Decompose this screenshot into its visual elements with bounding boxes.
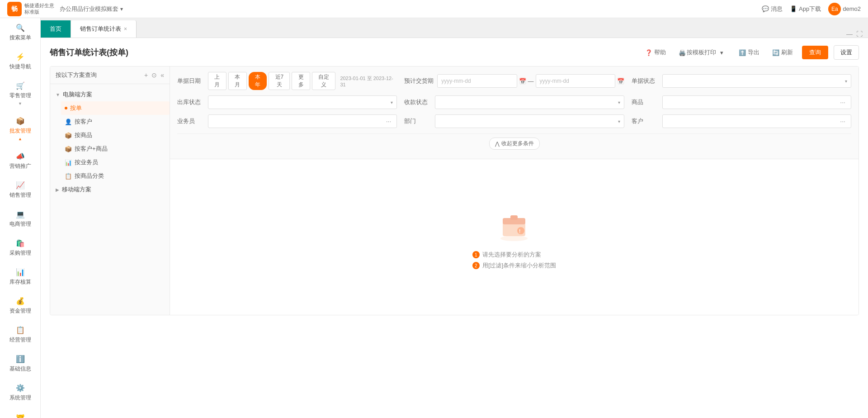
print-dropdown-arrow[interactable]: ▾: [717, 49, 726, 56]
bill-status-select[interactable]: ▾: [662, 74, 851, 88]
logo: 畅 畅捷通好生意 标准版: [7, 2, 54, 16]
out-status-group: 出库状态 ▾: [177, 95, 397, 109]
sales-scheme-icon: 📊: [65, 159, 72, 166]
sidebar-item-basics[interactable]: ℹ️ 基础信息: [0, 349, 40, 378]
export-button[interactable]: ⬆️ 导出: [735, 47, 763, 58]
tab-sales-order[interactable]: 销售订单统计表 ×: [71, 20, 137, 38]
main-panel: 按以下方案查询 + ⊙ « ▼ 电脑端方案: [50, 66, 859, 315]
sidebar-item-wholesale[interactable]: 📦 批发管理 ▲: [0, 111, 40, 147]
collapse-panel-icon[interactable]: «: [160, 71, 164, 79]
window-minimize-icon[interactable]: —: [846, 30, 853, 38]
expected-date-start[interactable]: yyyy-mm-dd: [437, 74, 517, 88]
logo-text: 畅捷通好生意 标准版: [24, 3, 54, 14]
pc-scheme-items: 按单 👤 按客户 📦 按商品: [50, 101, 170, 183]
arrow-down-icon: ▼: [18, 101, 22, 106]
customer-group: 客户 ···: [632, 114, 851, 128]
custom-date-btn[interactable]: 自定义: [312, 72, 335, 90]
scheme-item-by-order[interactable]: 按单: [61, 101, 170, 115]
topbar: 畅 畅捷通好生意 标准版 办公用品行业模拟账套 ▾ 💬 消息 📱 App下载 E…: [0, 0, 868, 18]
this-month-btn[interactable]: 本月: [228, 72, 247, 90]
customer-scheme-icon: 👤: [65, 119, 72, 125]
goods-more-icon[interactable]: ···: [838, 99, 847, 106]
mobile-scheme-group: ▶ 移动端方案: [50, 183, 170, 196]
expected-date-end[interactable]: yyyy-mm-dd: [536, 74, 615, 88]
sidebar-item-enterprise[interactable]: 🤝 企业协同: [0, 407, 40, 418]
svg-rect-3: [510, 215, 518, 220]
more-date-btn[interactable]: 更多: [292, 72, 310, 90]
print-button[interactable]: 🖨️ 按模板打印 ▾: [675, 47, 730, 58]
refresh-button[interactable]: 🔄 刷新: [769, 47, 797, 58]
this-year-btn[interactable]: 本年: [249, 72, 267, 90]
page-title-bar: 销售订单统计表(按单) ❓ 帮助 🖨️ 按模板打印 ▾ ⬆️ 导出: [50, 45, 859, 60]
app-download-button[interactable]: 📱 App下载: [790, 5, 821, 13]
add-scheme-icon[interactable]: +: [144, 71, 148, 79]
collapse-button[interactable]: ⋀ 收起更多条件: [489, 138, 540, 150]
settings-button[interactable]: 设置: [834, 45, 859, 60]
payment-status-select[interactable]: ▾: [435, 95, 624, 109]
finance-icon: 💰: [16, 297, 25, 305]
help-button[interactable]: ❓ 帮助: [642, 47, 670, 58]
customer-select[interactable]: ···: [662, 114, 851, 128]
scheme-item-by-goods-cat[interactable]: 📋 按商品分类: [61, 169, 170, 183]
collapse-up-icon: ⋀: [495, 141, 500, 147]
sidebar-item-operations[interactable]: 📋 经营管理: [0, 320, 40, 349]
out-status-select[interactable]: ▾: [208, 95, 397, 109]
filter-tree: ▼ 电脑端方案 按单 👤 按客户: [50, 84, 170, 200]
active-dot: [65, 107, 67, 109]
sidebar-item-sales[interactable]: 📈 销售管理: [0, 176, 40, 204]
filter-panel-icons: + ⊙ «: [144, 71, 164, 79]
right-content: 单据日期 上月 本月 本年 近7天 更多 自定义 2023-01-01 至 20…: [170, 66, 859, 315]
customer-more-icon[interactable]: ···: [838, 118, 847, 125]
message-icon: 💬: [762, 5, 769, 12]
payment-status-arrow-icon: ▾: [618, 100, 620, 105]
department-select[interactable]: ▾: [435, 114, 624, 128]
svg-point-4: [517, 227, 524, 234]
sidebar-item-inventory[interactable]: 📊 库存核算: [0, 262, 40, 291]
sidebar-item-quick-nav[interactable]: ⚡ 快捷导航: [0, 47, 40, 76]
tabbar: 首页 销售订单统计表 × — ⛶: [41, 18, 868, 38]
last-month-btn[interactable]: 上月: [208, 72, 226, 90]
date-start-icon[interactable]: 📅: [519, 78, 526, 85]
system-icon: ⚙️: [16, 384, 25, 392]
window-dropdown[interactable]: ▾: [120, 6, 123, 12]
pc-scheme-title[interactable]: ▼ 电脑端方案: [50, 88, 170, 101]
ecom-icon: 💻: [16, 210, 25, 218]
sidebar-item-purchase[interactable]: 🛍️ 采购管理: [0, 233, 40, 262]
date-quick-buttons: 上月 本月 本年 近7天 更多 自定义: [208, 72, 335, 90]
salesperson-select[interactable]: ···: [208, 114, 397, 128]
scheme-item-by-customer-goods[interactable]: 📦 按客户+商品: [61, 142, 170, 156]
query-button[interactable]: 查询: [802, 46, 828, 59]
sidebar: 🔍 搜索菜单 ⚡ 快捷导航 🛒 零售管理 ▼ 📦 批发管理 ▲ 📣 营销推广 📈…: [0, 18, 41, 418]
page-actions: ❓ 帮助 🖨️ 按模板打印 ▾ ⬆️ 导出 🔄 刷新: [642, 45, 859, 60]
mobile-scheme-title[interactable]: ▶ 移动端方案: [50, 183, 170, 196]
scheme-item-by-goods[interactable]: 📦 按商品: [61, 128, 170, 142]
sidebar-item-system[interactable]: ⚙️ 系统管理: [0, 378, 40, 407]
message-button[interactable]: 💬 消息: [762, 5, 783, 13]
avatar: Ea: [828, 3, 841, 15]
tab-home[interactable]: 首页: [41, 20, 71, 38]
window-expand-icon[interactable]: ⛶: [856, 30, 863, 38]
goods-select[interactable]: ···: [662, 95, 851, 109]
refresh-icon: 🔄: [772, 49, 779, 56]
filter-panel-header: 按以下方案查询 + ⊙ «: [50, 66, 170, 84]
scheme-item-by-customer[interactable]: 👤 按客户: [61, 115, 170, 128]
sidebar-item-finance[interactable]: 💰 资金管理: [0, 291, 40, 320]
edit-scheme-icon[interactable]: ⊙: [151, 71, 157, 79]
retail-icon: 🛒: [16, 81, 25, 90]
filter-form: 单据日期 上月 本月 本年 近7天 更多 自定义 2023-01-01 至 20…: [170, 66, 859, 159]
sidebar-item-marketing[interactable]: 📣 营销推广: [0, 147, 40, 176]
help-icon: ❓: [645, 49, 652, 56]
user-profile[interactable]: Ea demo2: [828, 3, 861, 15]
tab-close-button[interactable]: ×: [124, 26, 127, 32]
last7days-btn[interactable]: 近7天: [269, 72, 290, 90]
download-icon: 📱: [790, 5, 797, 12]
sidebar-item-search[interactable]: 🔍 搜索菜单: [0, 18, 40, 47]
salesperson-more-icon[interactable]: ···: [384, 118, 393, 125]
scheme-item-by-salesperson[interactable]: 📊 按业务员: [61, 156, 170, 169]
page-title: 销售订单统计表(按单): [50, 47, 128, 58]
export-icon: ⬆️: [739, 49, 746, 56]
date-end-icon[interactable]: 📅: [617, 78, 624, 85]
sidebar-item-retail[interactable]: 🛒 零售管理 ▼: [0, 76, 40, 111]
bill-status-arrow-icon: ▾: [845, 79, 847, 84]
sidebar-item-ecom[interactable]: 💻 电商管理: [0, 204, 40, 233]
